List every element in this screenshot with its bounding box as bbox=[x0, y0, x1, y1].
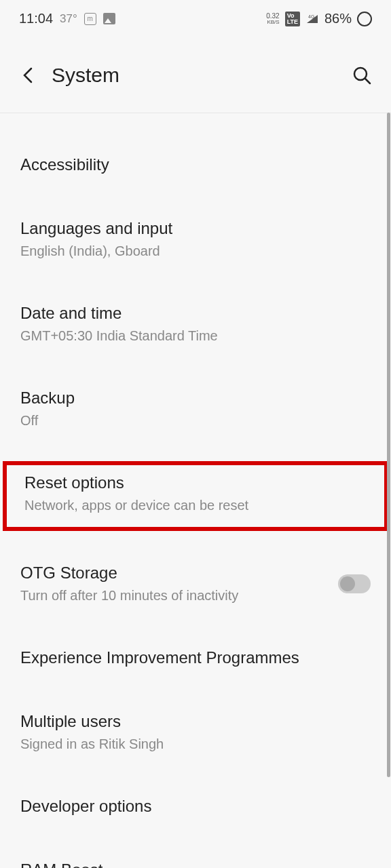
settings-item-date-time[interactable]: Date and time GMT+05:30 India Standard T… bbox=[0, 292, 391, 356]
item-title: Experience Improvement Programmes bbox=[20, 648, 371, 667]
status-left: 11:04 37° m bbox=[19, 11, 115, 26]
svg-line-2 bbox=[365, 79, 370, 83]
back-icon[interactable] bbox=[19, 66, 37, 84]
svg-text:4G: 4G bbox=[308, 14, 314, 19]
battery-percentage: 86% bbox=[324, 11, 352, 26]
item-title: Developer options bbox=[20, 797, 371, 816]
settings-item-backup[interactable]: Backup Off bbox=[0, 376, 391, 441]
settings-item-multiple-users[interactable]: Multiple users Signed in as Ritik Singh bbox=[0, 700, 391, 764]
item-subtitle: English (India), Gboard bbox=[20, 243, 371, 259]
item-title: Accessibility bbox=[20, 155, 371, 174]
settings-item-reset-options[interactable]: Reset options Network, apps or device ca… bbox=[3, 461, 388, 531]
item-title: Date and time bbox=[20, 304, 371, 323]
item-title: OTG Storage bbox=[20, 564, 327, 583]
app-header: System bbox=[0, 37, 391, 113]
page-title: System bbox=[52, 64, 119, 87]
item-title: Multiple users bbox=[20, 712, 371, 731]
network-speed: 0.32 KB/S bbox=[266, 13, 279, 25]
settings-item-experience-improvement[interactable]: Experience Improvement Programmes bbox=[0, 636, 391, 679]
item-subtitle: Signed in as Ritik Singh bbox=[20, 736, 371, 752]
item-subtitle: Turn off after 10 minutes of inactivity bbox=[20, 588, 327, 604]
item-subtitle: Off bbox=[20, 413, 371, 429]
speed-value: 0.32 bbox=[266, 13, 279, 20]
signal-icon: 4G bbox=[305, 14, 319, 24]
search-icon[interactable] bbox=[352, 65, 372, 85]
volte-icon: VoLTE bbox=[285, 12, 300, 26]
settings-item-ram-boost[interactable]: RAM Boost Optimise RAM utilisation based… bbox=[0, 848, 391, 868]
item-title: RAM Boost bbox=[20, 861, 371, 868]
status-time: 11:04 bbox=[19, 11, 53, 26]
otg-toggle[interactable] bbox=[338, 574, 371, 593]
item-subtitle: GMT+05:30 India Standard Time bbox=[20, 328, 371, 344]
settings-item-otg-storage[interactable]: OTG Storage Turn off after 10 minutes of… bbox=[0, 551, 391, 616]
settings-item-languages[interactable]: Languages and input English (India), Gbo… bbox=[0, 207, 391, 271]
status-right: 0.32 KB/S VoLTE 4G 86% bbox=[266, 11, 372, 26]
status-bar: 11:04 37° m 0.32 KB/S VoLTE 4G 86% bbox=[0, 0, 391, 37]
battery-icon bbox=[357, 12, 372, 26]
item-subtitle: Network, apps or device can be reset bbox=[24, 498, 367, 513]
settings-item-developer-options[interactable]: Developer options bbox=[0, 785, 391, 828]
settings-item-accessibility[interactable]: Accessibility bbox=[0, 143, 391, 186]
status-temperature: 37° bbox=[60, 12, 77, 26]
m-icon: m bbox=[84, 13, 96, 25]
speed-unit: KB/S bbox=[266, 20, 279, 25]
item-title: Languages and input bbox=[20, 219, 371, 238]
item-title: Backup bbox=[20, 389, 371, 408]
gallery-icon bbox=[103, 13, 115, 24]
scrollbar[interactable] bbox=[387, 113, 390, 777]
item-title: Reset options bbox=[24, 473, 367, 492]
settings-list: Accessibility Languages and input Englis… bbox=[0, 113, 391, 868]
